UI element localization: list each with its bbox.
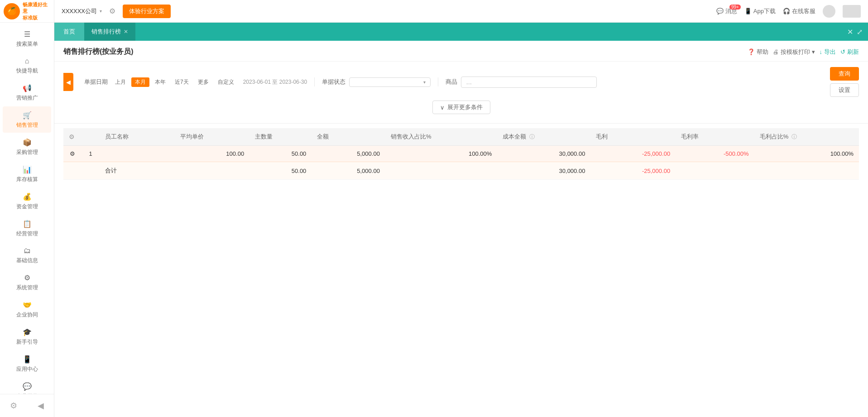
row-amount: 5,000.00 [312, 146, 385, 162]
nav-label-cooperation: 企业协同 [16, 311, 38, 319]
sidebar-item-finance[interactable]: 💰资金管理 [3, 188, 51, 214]
col-header-gross-pct: 毛利占比% ⓘ [754, 128, 859, 146]
tab-close-icon[interactable]: ✕ [124, 29, 128, 35]
topbar-settings-icon[interactable]: ⚙ [109, 7, 115, 15]
nav-label-search-order: 搜索菜单 [16, 40, 38, 48]
status-select[interactable]: ▾ [349, 77, 431, 87]
date-tab-last-month[interactable]: 上月 [111, 77, 129, 87]
sidebar-item-inventory[interactable]: 📊库存核算 [3, 161, 51, 187]
logo-text: 畅康通好生意 标准版 [23, 1, 50, 21]
settings-small-button[interactable]: 设置 [830, 83, 859, 97]
nav-icon-quick-nav: ⌂ [25, 57, 29, 65]
sidebar-item-system[interactable]: ⚙系统管理 [3, 269, 51, 295]
table-container: ⚙ 员工名称 平均单价 主数量 全额 销售收入占比% 成本全额 ⓘ [54, 128, 868, 189]
company-name: XXXXXX公司 [62, 7, 97, 15]
expand-more-button[interactable]: ∨ 展开更多条件 [432, 101, 490, 114]
row-settings[interactable]: ⚙ [63, 146, 82, 162]
row-gross-pct: 100.00% [754, 146, 859, 162]
nav-label-sales: 销售管理 [16, 121, 38, 129]
status-filter-label: 单据状态 [322, 78, 345, 86]
online-service-link[interactable]: 🎧 在线客服 [783, 7, 815, 15]
nav-icon-wechat: 💬 [23, 382, 32, 391]
footer-empty-1 [63, 162, 82, 180]
cost-help-icon[interactable]: ⓘ [529, 134, 535, 140]
trial-button[interactable]: 体验行业方案 [123, 5, 171, 18]
date-tab-more[interactable]: 更多 [194, 77, 212, 87]
nav-icon-cooperation: 🤝 [23, 301, 32, 309]
sidebar-item-app-center[interactable]: 📱应用中心 [3, 350, 51, 377]
nav-label-finance: 资金管理 [16, 203, 38, 211]
date-filter: 单据日期 上月 本月 本年 近7天 更多 自定义 2023-06-01 至 20… [84, 77, 307, 87]
nav-label-quick-nav: 快捷导航 [16, 67, 38, 75]
help-button[interactable]: ❓ 帮助 [748, 48, 768, 56]
app-download-label: App下载 [753, 7, 776, 15]
date-tab-custom[interactable]: 自定义 [214, 77, 238, 87]
product-select[interactable]: … [461, 77, 597, 88]
query-button[interactable]: 查询 [830, 67, 859, 81]
user-avatar[interactable] [823, 5, 835, 18]
company-dropdown-arrow: ▾ [100, 9, 102, 14]
nav-label-inventory: 库存核算 [16, 176, 38, 183]
expand-more-row: ∨ 展开更多条件 [63, 97, 859, 118]
gross-pct-help-icon[interactable]: ⓘ [791, 134, 797, 140]
sidebar-item-search-order[interactable]: ☰搜索菜单 [3, 25, 51, 52]
filter-collapse-button[interactable]: ◀ [63, 73, 73, 91]
online-service-label: 在线客服 [792, 7, 815, 15]
tab-minimize-icon[interactable]: ✕ [847, 28, 853, 36]
nav-icon-guide: 🎓 [23, 328, 32, 336]
sidebar-item-base-info[interactable]: 🗂基础信息 [3, 242, 51, 268]
sidebar-collapse-icon[interactable]: ◀ [34, 399, 48, 412]
message-button[interactable]: 💬 消息 99+ [716, 7, 737, 15]
product-filter: 商品 … [446, 77, 597, 88]
sidebar-item-cooperation[interactable]: 🤝企业协同 [3, 296, 51, 322]
col-settings-icon[interactable]: ⚙ [69, 133, 75, 140]
tab-sales-rank[interactable]: 销售排行榜 ✕ [84, 23, 135, 41]
table-header-row: ⚙ 员工名称 平均单价 主数量 全额 销售收入占比% 成本全额 ⓘ [63, 128, 859, 146]
col-header-gross-rate: 毛利率 [676, 128, 754, 146]
sidebar-item-operations[interactable]: 📋经营管理 [3, 215, 51, 241]
footer-gross: -25,000.00 [590, 162, 676, 180]
date-tab-this-year[interactable]: 本年 [151, 77, 169, 87]
export-label: 导出 [824, 48, 836, 56]
sidebar-item-guide[interactable]: 🎓新手引导 [3, 323, 51, 350]
date-range-display: 2023-06-01 至 2023-06-30 [243, 78, 307, 86]
nav-icon-base-info: 🗂 [24, 247, 31, 255]
print-arrow-icon[interactable]: ▾ [812, 48, 815, 55]
sidebar-item-quick-nav[interactable]: ⌂快捷导航 [3, 53, 51, 78]
print-label: 按模板打印 [781, 48, 810, 56]
col-header-gross: 毛利 [590, 128, 676, 146]
export-button[interactable]: ↓ 导出 [820, 48, 836, 56]
col-header-settings[interactable]: ⚙ [63, 128, 82, 146]
tab-spacer [135, 23, 842, 41]
tab-home[interactable]: 首页 [54, 23, 84, 41]
sidebar-item-sales[interactable]: 🛒销售管理 [3, 106, 51, 133]
sidebar-item-purchase[interactable]: 📦采购管理 [3, 134, 51, 160]
message-icon: 💬 [716, 8, 724, 14]
col-header-rank [82, 128, 100, 146]
table-row: ⚙ 1 100.00 50.00 5,000.00 100.00% 30,000… [63, 146, 859, 162]
date-tab-7days[interactable]: 近7天 [171, 77, 192, 87]
row-qty: 50.00 [249, 146, 312, 162]
print-button[interactable]: 🖨 按模板打印 ▾ [773, 48, 815, 56]
tab-maximize-icon[interactable]: ⤢ [857, 28, 863, 36]
col-header-avg-price: 平均单价 [175, 128, 250, 146]
nav-icon-system: ⚙ [24, 273, 30, 282]
sidebar-item-marketing[interactable]: 📢营销推广 [3, 79, 51, 105]
row-avg-price: 100.00 [175, 146, 250, 162]
footer-label: 合计 [100, 162, 175, 180]
refresh-icon: ↺ [840, 48, 845, 55]
company-selector[interactable]: XXXXXX公司 ▾ [62, 7, 102, 15]
footer-empty-3 [175, 162, 250, 180]
nav-label-system: 系统管理 [16, 284, 38, 292]
date-tab-this-month[interactable]: 本月 [131, 77, 149, 87]
nav-icon-sales: 🛒 [23, 111, 32, 120]
refresh-button[interactable]: ↺ 刷新 [840, 48, 859, 56]
sidebar-item-wechat[interactable]: 💬企业微信 [3, 378, 51, 394]
app-download-link[interactable]: 📱 App下载 [744, 7, 776, 15]
filter-divider-2 [438, 77, 438, 86]
user-name-placeholder[interactable] [843, 5, 861, 18]
date-filter-label: 单据日期 [84, 78, 108, 86]
sidebar-settings-icon[interactable]: ⚙ [6, 399, 21, 412]
nav-icon-search-order: ☰ [24, 30, 30, 38]
date-tabs: 上月 本月 本年 近7天 更多 自定义 [111, 77, 238, 87]
